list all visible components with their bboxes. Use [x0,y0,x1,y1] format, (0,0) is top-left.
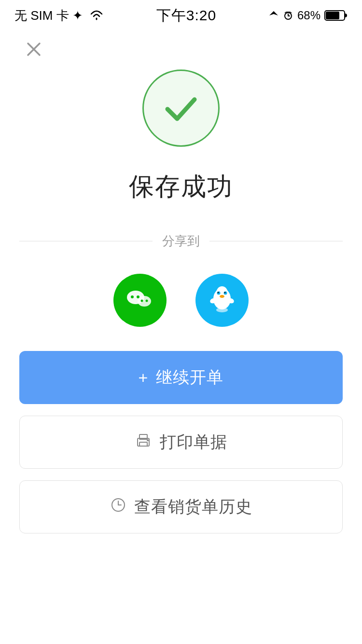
svg-point-12 [146,300,148,302]
svg-rect-25 [139,442,147,446]
status-left: 无 SIM 卡 ✦ [14,7,104,24]
success-icon-circle [142,70,220,147]
svg-rect-4 [326,12,339,19]
history-label: 查看销货单历史 [134,496,252,518]
wechat-icon [125,287,155,314]
qq-icon [208,283,237,317]
clock-icon [110,497,126,517]
checkmark-icon [162,89,200,127]
share-section: 分享到 [0,233,362,327]
history-button[interactable]: 查看销货单历史 [19,480,343,533]
plus-icon: + [139,368,149,387]
alarm-icon [283,10,293,21]
time-display: 下午3:20 [156,6,216,26]
print-label: 打印单据 [160,431,227,453]
svg-point-11 [141,300,143,302]
divider-line-left [19,241,153,241]
svg-point-26 [147,439,149,441]
status-right: 68% [268,9,348,22]
svg-point-10 [137,295,139,298]
close-button[interactable] [19,35,48,64]
svg-point-17 [218,292,219,294]
svg-point-22 [216,308,228,312]
success-title: 保存成功 [129,170,233,204]
svg-point-19 [220,295,224,298]
continue-label: 继续开单 [156,366,223,389]
battery-percent: 68% [297,9,320,22]
print-icon [135,432,152,453]
wechat-share-button[interactable] [113,274,167,327]
battery-icon [324,9,348,22]
qq-share-button[interactable] [195,274,249,327]
divider-line-right [209,241,343,241]
svg-point-8 [138,296,151,307]
print-button[interactable]: 打印单据 [19,416,343,469]
location-icon [268,10,279,21]
actions-section: + 继续开单 打印单据 [0,351,362,533]
continue-button[interactable]: + 继续开单 [19,351,343,404]
status-bar: 无 SIM 卡 ✦ 下午3:20 68% [0,0,362,31]
share-divider: 分享到 [19,233,343,250]
main-content: 保存成功 分享到 [0,31,362,533]
share-label: 分享到 [162,233,200,250]
svg-point-18 [224,292,226,294]
wifi-icon [89,10,104,21]
svg-point-9 [131,295,134,298]
no-sim-text: 无 SIM 卡 ✦ [14,7,83,24]
share-icons-row [19,274,343,327]
